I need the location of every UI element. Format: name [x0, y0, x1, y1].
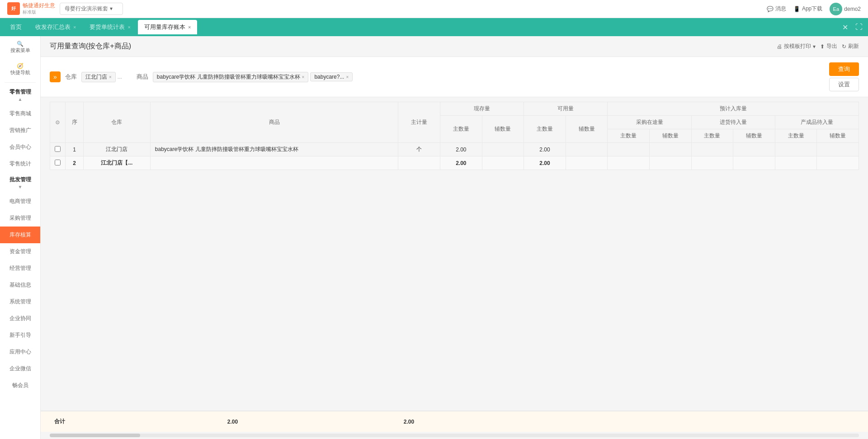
- chevron-down-icon2: ▼: [18, 184, 23, 189]
- checkbox-row-2[interactable]: [55, 160, 61, 165]
- sidebar-item-enterprise-collab[interactable]: 企业协同: [0, 310, 40, 327]
- product-tag-2: babycare?... ×: [310, 72, 353, 81]
- warehouse-filter-tags: 江北门店 × ...: [81, 72, 122, 82]
- maximize-btn[interactable]: ⛶: [854, 21, 864, 33]
- tab-order-stats[interactable]: 要货单统计表 ×: [83, 20, 137, 34]
- logo-text-area: 畅捷通好生意 标准版: [23, 2, 55, 15]
- sidebar-item-wholesale-mgmt[interactable]: 批发管理 ▼: [0, 172, 40, 193]
- print-chevron: ▾: [813, 43, 816, 50]
- sidebar-retail-stats-label: 零售统计: [9, 160, 31, 168]
- tab-available-stock-close[interactable]: ×: [188, 24, 191, 30]
- footer-incoming-main: [636, 415, 692, 428]
- main-layout: 🔍 搜索菜单 🧭 快捷导航 零售管理 ▲ 零售商城 营销推广 会员中心 零售统计…: [0, 36, 868, 439]
- settings-gear-icon[interactable]: ⚙: [55, 119, 60, 126]
- product-tag-1-close[interactable]: ×: [302, 75, 305, 80]
- sidebar-system-mgmt-label: 系统管理: [9, 298, 31, 306]
- sidebar-item-new-guide[interactable]: 新手引导: [0, 327, 40, 344]
- sidebar-item-member-center[interactable]: 会员中心: [0, 139, 40, 156]
- version-tag: 标准版: [23, 9, 55, 15]
- export-label: 导出: [826, 42, 837, 50]
- sidebar-purchase-mgmt-label: 采购管理: [9, 214, 31, 222]
- sidebar-item-enterprise-wechat[interactable]: 企业微信: [0, 360, 40, 377]
- row-2-checkbox[interactable]: [50, 156, 66, 170]
- tab-available-stock[interactable]: 可用量库存账本 ×: [138, 20, 197, 34]
- sidebar-quick-nav[interactable]: 🧭 快捷导航: [0, 58, 40, 80]
- content-area: 可用量查询(按仓库+商品) 🖨 按模板打印 ▾ ⬆ 导出 ↻ 刷新 »: [41, 36, 868, 439]
- filter-area: » 仓库 江北门店 × ... 商品 babycare学饮杯 儿童防摔防撞吸管杯…: [41, 57, 868, 97]
- th-incoming-aux: 辅数量: [733, 129, 775, 143]
- table-footer: 合计 2.00 2.00: [41, 411, 868, 432]
- horizontal-scroll-track[interactable]: [50, 434, 859, 437]
- warehouse-tag-close[interactable]: ×: [109, 75, 112, 80]
- row-2-purchase-on-way-aux: [650, 156, 692, 170]
- sidebar-item-finance-mgmt[interactable]: 资金管理: [0, 243, 40, 260]
- logo-icon: 好: [7, 2, 20, 15]
- row-2-production-aux: [817, 156, 859, 170]
- tab-order-stats-close[interactable]: ×: [127, 24, 130, 30]
- table-row: 1 江北门店 babycare学饮杯 儿童防摔防撞吸管杯重力球吸嘴杯宝宝水杯 个…: [50, 143, 859, 156]
- product-tag-2-close[interactable]: ×: [346, 75, 349, 80]
- horizontal-scroll-thumb[interactable]: [50, 434, 140, 437]
- row-2-stock-main: 2.00: [440, 156, 482, 170]
- sidebar-item-retail-mgmt[interactable]: 零售管理 ▲: [0, 85, 40, 105]
- th-purchase-on-way-aux: 辅数量: [650, 129, 692, 143]
- query-btn[interactable]: 查询: [829, 62, 859, 76]
- sidebar-item-app-center[interactable]: 应用中心: [0, 344, 40, 360]
- sidebar-item-marketing[interactable]: 营销推广: [0, 122, 40, 139]
- close-all-tabs-btn[interactable]: ✕: [840, 21, 850, 33]
- th-available: 可用量: [524, 102, 608, 116]
- app-download-btn[interactable]: 📱 App下载: [793, 5, 822, 13]
- print-btn[interactable]: 🖨 按模板打印 ▾: [777, 42, 816, 50]
- footer-incoming-aux: [692, 415, 748, 428]
- sidebar-item-retail-mall[interactable]: 零售商城: [0, 105, 40, 122]
- sidebar-item-system-mgmt[interactable]: 系统管理: [0, 293, 40, 310]
- sidebar-item-inventory-check[interactable]: 库存核算: [0, 227, 40, 243]
- industry-selector[interactable]: 母婴行业演示账套 ▾: [60, 3, 123, 15]
- industry-selector-text: 母婴行业演示账套: [65, 5, 108, 13]
- row-2-available-aux: [566, 156, 608, 170]
- logo-area: 好 畅捷通好生意 标准版: [7, 2, 55, 15]
- th-stock-main: 主数量: [440, 116, 482, 143]
- warehouse-more[interactable]: ...: [118, 74, 122, 80]
- checkbox-row-1[interactable]: [55, 146, 61, 152]
- row-1-checkbox[interactable]: [50, 143, 66, 156]
- search-icon: 🔍: [17, 41, 24, 47]
- table-body: 1 江北门店 babycare学饮杯 儿童防摔防撞吸管杯重力球吸嘴杯宝宝水杯 个…: [50, 143, 859, 170]
- tab-order-stats-label: 要货单统计表: [90, 23, 125, 31]
- message-btn[interactable]: 💬 消息: [767, 5, 786, 13]
- sidebar-item-operations-mgmt[interactable]: 经营管理: [0, 260, 40, 277]
- sidebar-item-retail-stats[interactable]: 零售统计: [0, 156, 40, 172]
- footer-purchase-on-way-main: [525, 415, 580, 428]
- user-area[interactable]: Ea demo2: [830, 3, 861, 15]
- warehouse-tag-value: 江北门店: [85, 73, 107, 81]
- row-1-product: babycare学饮杯 儿童防摔防撞吸管杯重力球吸嘴杯宝宝水杯: [150, 143, 398, 156]
- th-stock: 现存量: [440, 102, 524, 116]
- row-1-available-aux: [566, 143, 608, 156]
- warehouse-label: 仓库: [65, 73, 77, 81]
- sidebar-divider: [5, 82, 36, 83]
- tab-income-expense[interactable]: 收发存汇总表 ×: [29, 20, 82, 34]
- tab-income-expense-close[interactable]: ×: [73, 24, 76, 30]
- footer-label: 合计: [50, 415, 172, 428]
- sidebar-app-center-label: 应用中心: [9, 348, 31, 356]
- sidebar-retail-mall-label: 零售商城: [9, 110, 31, 118]
- footer-purchase-on-way-aux: [580, 415, 636, 428]
- sidebar-item-ecommerce-mgmt[interactable]: 电商管理: [0, 193, 40, 210]
- tab-available-stock-label: 可用量库存账本: [144, 23, 185, 31]
- th-warehouse: 仓库: [84, 102, 151, 143]
- sidebar-item-basic-info[interactable]: 基础信息: [0, 277, 40, 293]
- th-stock-aux: 辅数量: [482, 116, 524, 143]
- settings-btn[interactable]: 设置: [829, 78, 859, 91]
- expand-filter-btn[interactable]: »: [50, 71, 61, 82]
- table-header-row-1: ⚙ 序 仓库 商品 主计量 现存量 可用量 预计入库量: [50, 102, 859, 116]
- sidebar-item-member[interactable]: 畅会员: [0, 377, 40, 394]
- footer-table: 合计 2.00 2.00: [50, 415, 859, 428]
- product-label: 商品: [137, 73, 148, 81]
- export-btn[interactable]: ⬆ 导出: [820, 42, 837, 50]
- sidebar-item-purchase-mgmt[interactable]: 采购管理: [0, 210, 40, 227]
- sidebar-search[interactable]: 🔍 搜索菜单: [0, 36, 40, 58]
- footer-production-main: [748, 415, 803, 428]
- tab-home[interactable]: 首页: [4, 20, 28, 34]
- refresh-btn[interactable]: ↻ 刷新: [842, 42, 859, 50]
- sidebar-basic-info-label: 基础信息: [9, 281, 31, 289]
